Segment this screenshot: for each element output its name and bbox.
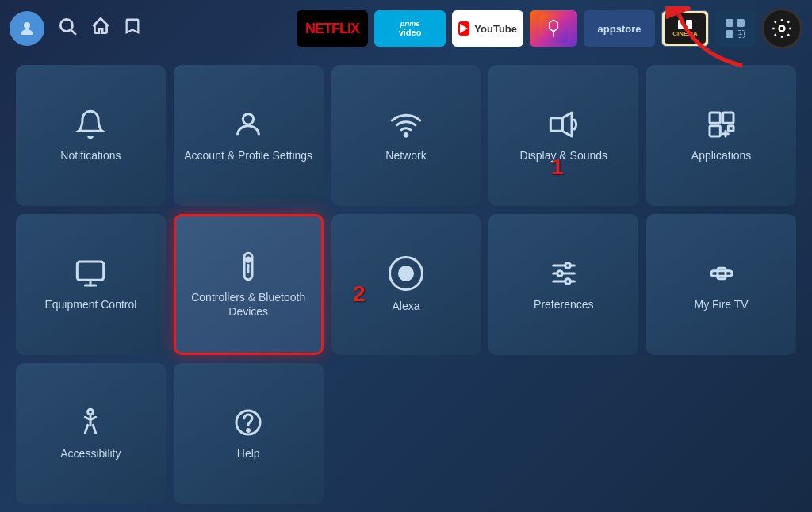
svg-point-20: [247, 258, 251, 262]
tile-equipment[interactable]: Equipment Control: [16, 214, 166, 355]
tile-preferences[interactable]: Preferences: [488, 214, 638, 355]
settings-button[interactable]: [761, 8, 802, 49]
svg-point-6: [243, 114, 254, 124]
svg-line-2: [71, 30, 76, 35]
grid-icon: +: [726, 19, 745, 38]
tile-account[interactable]: Account & Profile Settings: [174, 65, 324, 206]
svg-marker-9: [562, 113, 572, 136]
svg-point-26: [565, 263, 570, 269]
tile-controllers[interactable]: Controllers & Bluetooth Devices: [174, 214, 324, 355]
svg-point-1: [60, 19, 72, 31]
home-icon[interactable]: [90, 16, 111, 41]
svg-point-0: [24, 22, 30, 29]
person-icon: [232, 109, 264, 140]
app-youtube[interactable]: YouTube: [452, 10, 523, 47]
nav-left: [10, 11, 141, 46]
tile-display[interactable]: Display & Sounds: [488, 65, 638, 206]
youtube-label: YouTube: [474, 23, 517, 35]
badge-2: 2: [353, 281, 366, 307]
apps-icon: [706, 109, 737, 140]
tile-notifications[interactable]: Notifications: [16, 65, 166, 206]
app-firetv[interactable]: [530, 10, 577, 47]
app-bar: NETFLIX prime video YouTube: [297, 8, 802, 49]
alexa-label: Alexa: [392, 299, 419, 313]
firestick-icon: [706, 258, 737, 289]
network-label: Network: [385, 148, 426, 162]
notifications-label: Notifications: [60, 148, 121, 162]
svg-point-27: [557, 271, 562, 277]
monitor-icon: [75, 258, 106, 289]
netflix-label: NETFLIX: [305, 21, 359, 37]
svg-rect-12: [710, 126, 720, 136]
svg-point-28: [565, 279, 570, 285]
myfiretv-label: My Fire TV: [694, 297, 748, 311]
app-prime-video[interactable]: prime video: [374, 10, 446, 47]
svg-point-7: [404, 134, 407, 136]
svg-rect-29: [710, 271, 732, 277]
bookmark-icon[interactable]: [124, 16, 141, 41]
accessibility-icon: [75, 407, 106, 438]
avatar-icon[interactable]: [10, 11, 44, 46]
tile-applications[interactable]: Applications: [646, 65, 796, 206]
prime-label: prime: [400, 20, 420, 28]
tile-myfiretv[interactable]: My Fire TV: [646, 214, 796, 355]
top-bar: NETFLIX prime video YouTube: [0, 0, 812, 57]
svg-rect-3: [539, 14, 568, 43]
alexa-icon: [389, 256, 423, 291]
app-appstore[interactable]: appstore: [584, 10, 655, 47]
svg-rect-8: [550, 118, 562, 132]
help-label: Help: [237, 446, 260, 460]
wifi-icon: [390, 109, 422, 140]
tile-network[interactable]: Network: [331, 65, 481, 206]
more-apps-button[interactable]: +: [715, 10, 755, 47]
svg-point-34: [247, 430, 250, 432]
equipment-label: Equipment Control: [44, 297, 136, 311]
sliders-icon: [548, 258, 580, 289]
accessibility-label: Accessibility: [60, 446, 121, 460]
tile-accessibility[interactable]: Accessibility: [16, 363, 166, 504]
speaker-icon: [548, 109, 580, 140]
svg-rect-16: [78, 262, 104, 280]
svg-rect-10: [710, 113, 720, 123]
app-netflix[interactable]: NETFLIX: [297, 10, 368, 47]
remote-icon: [232, 250, 264, 282]
tile-help[interactable]: Help: [174, 363, 324, 504]
youtube-play-icon: [458, 21, 469, 36]
app-cinema[interactable]: CINEMA: [661, 10, 709, 47]
controllers-label: Controllers & Bluetooth Devices: [182, 290, 315, 319]
svg-rect-11: [722, 113, 733, 123]
svg-point-4: [779, 26, 785, 32]
badge-1: 1: [551, 155, 564, 180]
help-icon: [232, 407, 264, 438]
bell-icon: [75, 109, 106, 140]
svg-rect-13: [728, 126, 733, 132]
preferences-label: Preferences: [534, 297, 593, 311]
account-label: Account & Profile Settings: [184, 148, 312, 162]
settings-grid: Notifications Account & Profile Settings…: [0, 57, 812, 512]
prime-video-label: video: [399, 28, 422, 37]
applications-label: Applications: [691, 148, 752, 162]
appstore-label: appstore: [598, 23, 642, 35]
search-icon[interactable]: [57, 16, 78, 41]
